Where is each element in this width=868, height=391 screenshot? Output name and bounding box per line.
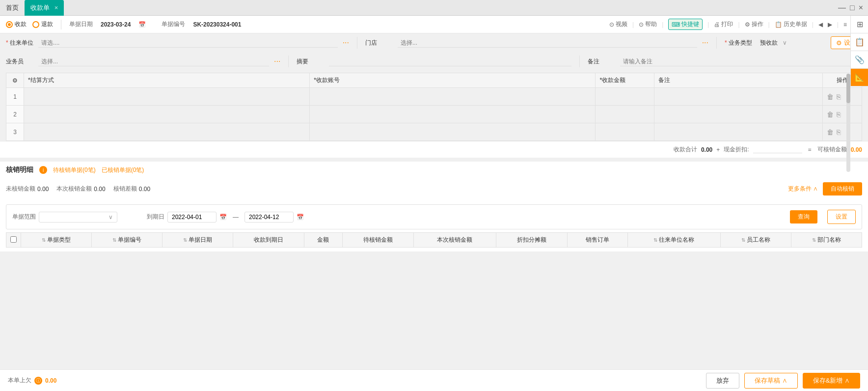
- history-btn[interactable]: 📋 历史单据: [775, 20, 807, 28]
- query-button[interactable]: 查询: [790, 210, 817, 223]
- help-icon: ⊙: [639, 21, 644, 28]
- eq-sign: =: [808, 146, 812, 153]
- row-settle-2[interactable]: [24, 106, 310, 123]
- range-field: 单据范围 ∨: [12, 212, 117, 223]
- scrollbar-thumb[interactable]: [846, 74, 850, 103]
- bottom-th-staffname: ⇅ 员工名称: [720, 233, 791, 248]
- note-label: 备注: [588, 57, 617, 66]
- sep2: |: [662, 21, 663, 28]
- date-to-input[interactable]: [244, 212, 294, 223]
- dropdown-arrow-icon[interactable]: ∨: [783, 39, 787, 46]
- discount-input[interactable]: [753, 146, 802, 153]
- staff-label: 业务员: [6, 57, 35, 66]
- maximize-icon[interactable]: □: [850, 3, 855, 12]
- video-btn[interactable]: ⊙ 视频: [609, 20, 627, 28]
- operation-label: 操作: [752, 20, 763, 28]
- row-delete-icon-2[interactable]: 🗑: [827, 111, 834, 118]
- pending-tab[interactable]: 待核销单据(0笔): [53, 166, 96, 174]
- row-account-1[interactable]: [310, 88, 596, 106]
- select-all-checkbox[interactable]: [10, 236, 17, 243]
- tab-active[interactable]: 收款单 ×: [25, 0, 64, 16]
- list-view-icon[interactable]: ≡: [843, 21, 847, 28]
- tab-home[interactable]: 首页: [0, 0, 25, 16]
- calendar-icon[interactable]: 📅: [138, 21, 146, 28]
- row-delete-icon-3[interactable]: 🗑: [827, 128, 834, 136]
- row-amount-2[interactable]: [596, 106, 654, 123]
- search-settings-button[interactable]: 设置: [827, 210, 856, 224]
- table-gear-th[interactable]: ⚙: [6, 73, 24, 88]
- cal-from-icon[interactable]: 📅: [219, 214, 227, 221]
- shortcut-btn[interactable]: ⌨ 快捷键: [668, 19, 703, 30]
- print-icon: 🖨: [714, 21, 720, 28]
- period-info-icon[interactable]: ⓘ: [34, 377, 42, 385]
- right-panel-icon-2[interactable]: 📋: [851, 33, 868, 51]
- avail-value: 0.00: [851, 146, 862, 153]
- bottom-table: ⇅ 单据类型 ⇅ 单据编号 ⇅ 单据日期 收款到期日 金额 待核销金额 本次核销…: [6, 232, 862, 248]
- radio-refund[interactable]: 退款: [32, 20, 53, 28]
- nav-next-icon[interactable]: ▶: [828, 21, 832, 28]
- scrollbar-track[interactable]: [846, 74, 850, 172]
- nav-prev-icon[interactable]: ◀: [818, 21, 823, 28]
- writeoff-section: 核销明细 i 待核销单据(0笔) 已核销单据(0笔) 未核销金额 0.00 本次…: [0, 162, 868, 251]
- print-btn[interactable]: 🖨 打印: [714, 20, 733, 28]
- done-tab[interactable]: 已核销单据(0笔): [102, 166, 144, 174]
- save-new-button[interactable]: 保存&新增 ∧: [803, 373, 860, 389]
- row-note-3[interactable]: [654, 123, 823, 141]
- minimize-icon[interactable]: —: [838, 3, 846, 12]
- save-draft-button[interactable]: 保存草稿 ∧: [744, 373, 798, 389]
- right-panel-icon-3[interactable]: 📎: [851, 51, 868, 69]
- close-window-icon[interactable]: ×: [859, 3, 863, 12]
- right-panel-icon-4[interactable]: 📐: [851, 69, 868, 86]
- note-input[interactable]: [620, 57, 862, 66]
- tab-close-icon[interactable]: ×: [54, 4, 58, 11]
- row-delete-icon-1[interactable]: 🗑: [827, 93, 834, 101]
- right-panel-icon-1[interactable]: ⊞: [851, 16, 868, 33]
- store-input[interactable]: [398, 38, 697, 48]
- cal-to-icon[interactable]: 📅: [297, 214, 304, 221]
- unit-field: 往来单位 ···: [6, 38, 349, 48]
- row-settle-1[interactable]: [24, 88, 310, 106]
- summary-label: 摘要: [297, 57, 326, 66]
- date-label: 单据日期: [69, 20, 93, 28]
- range-select[interactable]: ∨: [39, 212, 117, 223]
- total-row: 收款合计 0.00 + 现金折扣: = 可核销金额 0.00: [0, 141, 868, 158]
- stats-row: 未核销金额 0.00 本次核销金额 0.00 核销差额 0.00 更多条件 ∧ …: [6, 178, 862, 201]
- toolbar-right: ⊙ 视频 | ⊙ 帮助 | ⌨ 快捷键 | 🖨 打印 | ⚙ 操作 | 📋 历史…: [609, 19, 862, 30]
- row-amount-1[interactable]: [596, 88, 654, 106]
- unit-more-icon[interactable]: ···: [343, 38, 349, 47]
- bottom-th-check[interactable]: [6, 233, 21, 248]
- help-btn[interactable]: ⊙ 帮助: [639, 20, 657, 28]
- video-label: 视频: [616, 20, 627, 28]
- summary-input[interactable]: [329, 57, 571, 66]
- doc-label: 单据编号: [162, 20, 185, 28]
- row-amount-3[interactable]: [596, 123, 654, 141]
- discount-label: 现金折扣:: [724, 145, 749, 154]
- row-settle-3[interactable]: [24, 123, 310, 141]
- more-conditions-btn[interactable]: 更多条件 ∧: [788, 185, 818, 193]
- row-note-1[interactable]: [654, 88, 823, 106]
- table-row: 3 🗑 ⎘: [6, 123, 862, 141]
- row-copy-icon-3[interactable]: ⎘: [837, 128, 841, 136]
- date-from-input[interactable]: [167, 212, 217, 223]
- radio-group: 收款 退款: [6, 20, 53, 28]
- unit-input[interactable]: [38, 38, 338, 48]
- row-account-3[interactable]: [310, 123, 596, 141]
- staff-more-icon[interactable]: ···: [274, 57, 280, 66]
- row-copy-icon-2[interactable]: ⎘: [837, 111, 841, 118]
- top-toolbar: 收款 退款 单据日期 2023-03-24 📅 单据编号 SK-20230324…: [0, 16, 868, 33]
- row-account-2[interactable]: [310, 106, 596, 123]
- operation-btn[interactable]: ⚙ 操作: [745, 20, 763, 28]
- row-note-2[interactable]: [654, 106, 823, 123]
- store-more-icon[interactable]: ···: [702, 38, 708, 47]
- sort-icon-type: ⇅: [42, 237, 46, 243]
- table-row: 1 🗑 ⎘: [6, 88, 862, 106]
- writeoff-title: 核销明细: [6, 166, 33, 174]
- abandon-button[interactable]: 放弃: [706, 373, 739, 389]
- stat-diff-label: 核销差额: [113, 185, 137, 193]
- radio-collect[interactable]: 收款: [6, 20, 27, 28]
- biztype-value: 预收款: [760, 39, 778, 47]
- auto-writeoff-btn[interactable]: 自动核销: [823, 182, 862, 196]
- staff-input[interactable]: [38, 57, 269, 66]
- writeoff-info-icon[interactable]: i: [39, 166, 47, 174]
- row-copy-icon-1[interactable]: ⎘: [837, 93, 841, 101]
